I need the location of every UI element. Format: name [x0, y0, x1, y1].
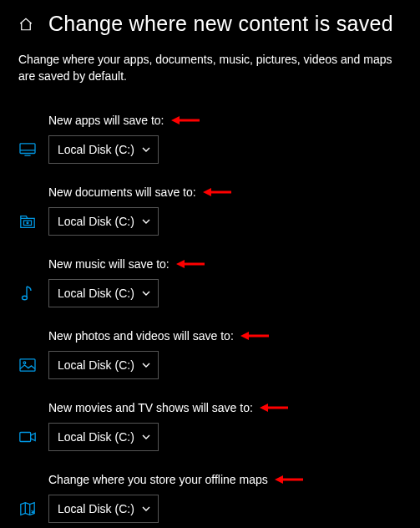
save-location-select[interactable]: Local Disk (C:) — [48, 423, 159, 451]
svg-rect-14 — [20, 358, 35, 370]
arrow-annotation-icon — [239, 331, 271, 341]
svg-point-8 — [27, 222, 28, 224]
select-value: Local Disk (C:) — [58, 502, 134, 515]
movies-icon — [18, 428, 37, 446]
svg-marker-6 — [203, 188, 211, 196]
arrow-annotation-icon — [170, 115, 201, 125]
save-location-select[interactable]: Local Disk (C:) — [48, 207, 159, 236]
setting-row: Change where you store your offline maps… — [18, 473, 402, 523]
chevron-down-icon — [141, 504, 151, 514]
chevron-down-icon — [141, 288, 151, 298]
setting-row: New apps will save to:Local Disk (C:) — [18, 114, 402, 164]
setting-row: New photos and videos will save to:Local… — [18, 329, 402, 379]
select-value: Local Disk (C:) — [58, 143, 134, 156]
setting-row: New music will save to:Local Disk (C:) — [18, 257, 402, 307]
svg-marker-13 — [240, 332, 249, 340]
page-title: Change where new content is saved — [48, 12, 393, 36]
select-value: Local Disk (C:) — [58, 358, 134, 372]
chevron-down-icon — [141, 145, 151, 155]
svg-marker-17 — [260, 404, 268, 412]
setting-label: New music will save to: — [48, 257, 170, 271]
setting-label: Change where you store your offline maps — [48, 473, 268, 486]
arrow-annotation-icon — [201, 187, 233, 197]
setting-row: New documents will save to:Local Disk (C… — [18, 185, 402, 236]
arrow-annotation-icon — [258, 403, 290, 413]
svg-rect-18 — [20, 432, 31, 441]
setting-label: New documents will save to: — [48, 185, 196, 199]
setting-label: New apps will save to: — [48, 114, 164, 127]
svg-rect-2 — [20, 143, 35, 153]
arrow-annotation-icon — [273, 475, 305, 485]
save-location-select[interactable]: Local Disk (C:) — [48, 279, 159, 307]
svg-marker-1 — [171, 116, 180, 124]
save-location-select[interactable]: Local Disk (C:) — [48, 495, 159, 523]
svg-point-15 — [23, 362, 26, 364]
save-location-select[interactable]: Local Disk (C:) — [48, 351, 159, 379]
documents-icon — [18, 212, 37, 231]
chevron-down-icon — [141, 432, 151, 442]
page-subtitle: Change where your apps, documents, music… — [0, 44, 420, 92]
chevron-down-icon — [141, 216, 151, 226]
save-location-select[interactable]: Local Disk (C:) — [48, 135, 159, 164]
setting-label: New movies and TV shows will save to: — [48, 401, 253, 414]
select-value: Local Disk (C:) — [58, 430, 134, 444]
chevron-down-icon — [141, 360, 151, 370]
select-value: Local Disk (C:) — [58, 287, 134, 300]
photos-icon — [18, 356, 37, 374]
apps-icon — [18, 140, 37, 159]
setting-label: New photos and videos will save to: — [48, 329, 234, 343]
svg-marker-20 — [275, 475, 283, 484]
maps-icon — [18, 500, 37, 518]
setting-row: New movies and TV shows will save to:Loc… — [18, 401, 402, 451]
arrow-annotation-icon — [175, 259, 206, 269]
music-icon — [18, 284, 37, 302]
svg-marker-10 — [176, 260, 185, 268]
svg-rect-7 — [23, 221, 31, 225]
home-icon[interactable] — [18, 17, 33, 32]
svg-point-11 — [23, 296, 28, 299]
select-value: Local Disk (C:) — [58, 215, 134, 228]
